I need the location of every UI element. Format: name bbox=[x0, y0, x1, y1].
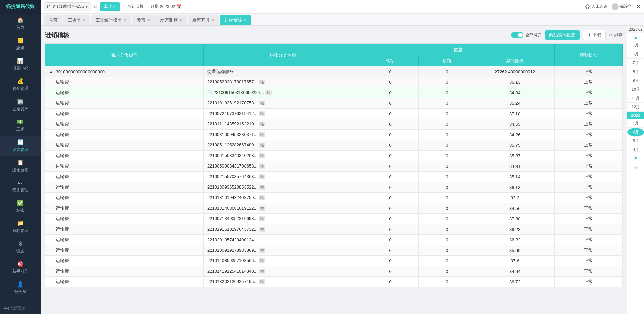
month-7[interactable]: 7月 bbox=[627, 59, 644, 67]
cell-label: 运输费 bbox=[45, 119, 204, 130]
tab-invoice-issue[interactable]: 发票开具 ✕ bbox=[188, 15, 219, 25]
cell-invoice: 2210100919278983869... 吨 bbox=[204, 245, 362, 256]
sidebar-item-funds[interactable]: 💰 资金管理 bbox=[0, 75, 41, 95]
company-selector[interactable]: (勾迪) 江西报宝-LSS ▾ bbox=[44, 2, 91, 11]
month-5[interactable]: 5月 bbox=[627, 41, 644, 50]
month-11[interactable]: 11月 bbox=[627, 94, 644, 103]
month-6[interactable]: 6月 bbox=[627, 50, 644, 59]
header-actions: 全部展开 商品编码设置 ⬇ 下载 ↺ 刷新 bbox=[511, 30, 623, 40]
cell-status: 正常 bbox=[554, 66, 622, 77]
expand-icon[interactable]: ▲ bbox=[49, 69, 53, 74]
download-button[interactable]: ⬇ 下载 bbox=[583, 30, 606, 40]
sidebar-item-archive[interactable]: 📁 归档管理 bbox=[0, 217, 41, 237]
close-button[interactable]: ✕ bbox=[636, 3, 641, 10]
sidebar: 畅捷通易代账 🏠 首页 📒 总账 📊 报表中心 💰 资金管理 🏢 固定资产 💵 … bbox=[0, 0, 41, 314]
sidebar-item-close[interactable]: ✅ 结账 bbox=[0, 196, 41, 217]
tab-salary-table[interactable]: 工资表 ✕ bbox=[63, 15, 90, 25]
sidebar-item-invoice[interactable]: 🧾 发票管理 bbox=[0, 136, 41, 156]
table-row: 运输费 2210051125282667480... 吨 0 0 35.75 正… bbox=[45, 140, 623, 151]
refresh-button[interactable]: ↺ 刷新 bbox=[609, 32, 623, 38]
app-logo: 畅捷通易代账 bbox=[0, 0, 41, 14]
month-2-active[interactable]: 2月 bbox=[627, 128, 644, 137]
cell-invoice: 2210191610297643732... 吨 bbox=[204, 224, 362, 235]
cell-label: 运输费 bbox=[45, 224, 204, 235]
tab-home[interactable]: 首页 bbox=[44, 15, 62, 25]
th-jinxiang: 进项 bbox=[418, 56, 475, 66]
month-1[interactable]: 1月 bbox=[627, 119, 644, 128]
cell-leiji: 36.13 bbox=[475, 182, 554, 193]
table-row: 运输费 2210131019432403759... 吨 0 0 33.2 正常 bbox=[45, 193, 623, 203]
tab-close-invoice[interactable]: ✕ bbox=[147, 18, 150, 23]
table-row: 运输费 2210191610297643732... 吨 0 0 36.23 正… bbox=[45, 224, 623, 235]
table-row: 运输费 2210100919278983869... 吨 0 0 35.99 正… bbox=[45, 245, 623, 256]
settings-button[interactable]: 商品编码设置 bbox=[545, 30, 580, 40]
th-xiaoxiang: 销项 bbox=[362, 56, 419, 66]
unit-tag: 吨 bbox=[259, 258, 265, 263]
expand-toggle[interactable] bbox=[511, 32, 523, 38]
sidebar-item-assets[interactable]: 🏢 固定资产 bbox=[0, 95, 41, 115]
cell-name: 交通运输服务 bbox=[204, 66, 362, 77]
sidebar-item-guide[interactable]: 🎯 新手引导 bbox=[0, 257, 41, 278]
year-nav-down: ▼ bbox=[627, 154, 644, 162]
cell-label: 运输费 bbox=[45, 172, 204, 182]
sidebar-item-sales[interactable]: 📋 进销台账 bbox=[0, 156, 41, 176]
year-up-arrow[interactable]: ▲ bbox=[633, 34, 638, 40]
cell-jinxiang: 0 bbox=[418, 77, 475, 87]
cell-xiaoxiang: 0 bbox=[362, 130, 419, 140]
user-menu[interactable]: 徐淦华 bbox=[612, 3, 632, 10]
cell-leiji: 35.24 bbox=[475, 98, 554, 109]
month-8[interactable]: 8月 bbox=[627, 67, 644, 76]
unit-tag: 吨 bbox=[259, 227, 265, 232]
unit-tag: 吨 bbox=[259, 206, 265, 211]
cell-xiaoxiang: 0 bbox=[362, 214, 419, 224]
tab-close-jxjh[interactable]: ✕ bbox=[243, 18, 247, 23]
year-down-arrow[interactable]: ▼ bbox=[633, 156, 638, 161]
sidebar-item-tax[interactable]: 🗂 税务管理 bbox=[0, 176, 41, 196]
cell-status: 正常 bbox=[554, 77, 622, 87]
cell-label: 运输费 bbox=[45, 77, 204, 87]
tab-close-salary-report[interactable]: ✕ bbox=[123, 18, 126, 23]
tab-close-invoice-calc[interactable]: ✕ bbox=[179, 18, 182, 23]
period-selector[interactable]: 账期 2023-02 📅 bbox=[151, 4, 181, 9]
sidebar-item-settings[interactable]: ⚙ 设置 bbox=[0, 237, 41, 257]
table-row: 运输费 2210072157376219412... 吨 0 0 37.18 正… bbox=[45, 109, 623, 119]
table-row: 运输费 2210081009453230371... 吨 0 0 34.26 正… bbox=[45, 130, 623, 140]
calendar-icon: 📅 bbox=[176, 4, 181, 9]
tab-invoice-calc[interactable]: 发票测算 ✕ bbox=[155, 15, 187, 25]
sidebar-item-salary[interactable]: 💵 工资 bbox=[0, 115, 41, 136]
tab-close-salary[interactable]: ✕ bbox=[82, 18, 85, 23]
table-row: 运输费 2210131403081619122... 吨 0 0 34.56 正… bbox=[45, 203, 623, 214]
cell-leiji: 27262.40000000012 bbox=[475, 66, 554, 77]
assets-icon: 🏢 bbox=[17, 98, 24, 105]
month-12[interactable]: 12月 bbox=[627, 103, 644, 112]
pin-toggle[interactable]: ◀◀ 取消固定 bbox=[0, 302, 41, 314]
month-3[interactable]: 3月 bbox=[627, 137, 644, 145]
cell-invoice: 2210140859357103566... 吨 bbox=[204, 256, 362, 266]
tab-jxjh[interactable]: 进销稽核 ✕ bbox=[220, 15, 251, 25]
month-4[interactable]: 4月 bbox=[627, 145, 644, 154]
star-icon[interactable]: ★ bbox=[633, 164, 639, 171]
tab-invoice[interactable]: 发票 ✕ bbox=[132, 15, 155, 25]
cell-xiaoxiang: 0 bbox=[362, 235, 419, 245]
th-quantity: 数量 bbox=[362, 44, 555, 56]
sidebar-item-ledger[interactable]: 📒 总账 bbox=[0, 34, 41, 54]
tab-close-invoice-issue[interactable]: ✕ bbox=[211, 18, 214, 23]
sidebar-item-home[interactable]: 🏠 首页 bbox=[0, 14, 41, 34]
workspace-button[interactable]: 工作台 bbox=[100, 2, 120, 11]
unit-tag: 吨 bbox=[259, 80, 265, 84]
th-leiji: 累计数额 bbox=[475, 56, 554, 66]
cell-status: 正常 bbox=[554, 161, 622, 172]
cell-jinxiang: 0 bbox=[418, 203, 475, 214]
month-9[interactable]: 9月 bbox=[627, 76, 644, 85]
sidebar-item-member[interactable]: 👤 畅会员 bbox=[0, 278, 41, 298]
cell-leiji: 34.56 bbox=[475, 203, 554, 214]
sidebar-item-reports[interactable]: 📊 报表中心 bbox=[0, 54, 41, 75]
month-10[interactable]: 10月 bbox=[627, 85, 644, 94]
tab-salary-report[interactable]: 工资统计报表 ✕ bbox=[91, 15, 131, 25]
help-button[interactable]: 🎧 人工咨询 bbox=[585, 4, 608, 9]
cell-jinxiang: 0 bbox=[418, 87, 475, 98]
cell-leiji: 34.55 bbox=[475, 119, 554, 130]
unit-tag: 吨 bbox=[259, 153, 265, 158]
switch-old-button[interactable]: 切到旧版 bbox=[123, 2, 148, 11]
copy-icon[interactable]: ⧉ bbox=[94, 4, 97, 9]
